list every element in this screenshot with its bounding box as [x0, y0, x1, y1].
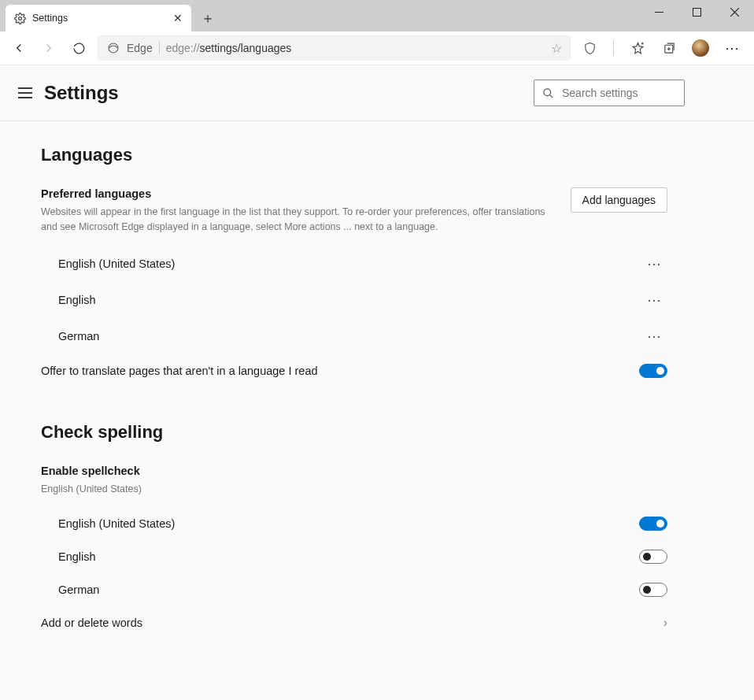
- search-settings-box[interactable]: [534, 80, 685, 106]
- offer-translate-row: Offer to translate pages that aren't in …: [41, 354, 667, 387]
- spellcheck-row: English: [41, 540, 667, 573]
- language-row: English ⋯: [41, 282, 667, 318]
- settings-content: Languages Preferred languages Websites w…: [0, 121, 724, 671]
- close-tab-button[interactable]: ✕: [171, 12, 185, 24]
- close-window-button[interactable]: [716, 0, 752, 24]
- spellcheck-toggle[interactable]: [639, 583, 667, 597]
- more-actions-button[interactable]: ⋯: [642, 291, 667, 309]
- spellcheck-row: English (United States): [41, 507, 667, 540]
- offer-translate-label: Offer to translate pages that aren't in …: [41, 365, 318, 377]
- page-header: Settings: [0, 65, 754, 121]
- back-button[interactable]: [5, 34, 33, 62]
- chevron-right-icon: ›: [663, 616, 667, 630]
- spellcheck-toggle[interactable]: [639, 517, 667, 531]
- hamburger-menu-button[interactable]: [14, 82, 36, 104]
- language-label: English: [58, 294, 96, 306]
- enable-spellcheck-section: Enable spellcheck English (United States…: [41, 465, 667, 640]
- more-actions-button[interactable]: ⋯: [642, 328, 667, 345]
- window-titlebar: Settings ✕ ＋: [0, 0, 754, 31]
- language-label: German: [58, 330, 99, 343]
- toolbar-right: ⋯: [575, 34, 749, 62]
- enable-spellcheck-sublabel: English (United States): [41, 482, 560, 497]
- tab-strip: Settings ✕ ＋: [0, 0, 639, 31]
- separator: [159, 42, 160, 54]
- spellcheck-row: German: [41, 573, 667, 606]
- tracking-prevention-icon[interactable]: [575, 34, 604, 62]
- site-identity-label: Edge: [127, 42, 153, 54]
- add-delete-words-label: Add or delete words: [41, 617, 142, 629]
- maximize-button[interactable]: [678, 0, 715, 24]
- svg-line-15: [549, 94, 553, 98]
- section-title-languages: Languages: [41, 145, 667, 165]
- forward-button[interactable]: [35, 34, 63, 62]
- window-controls: [639, 0, 754, 24]
- language-row: German ⋯: [41, 318, 667, 354]
- svg-point-5: [109, 43, 118, 53]
- minimize-button[interactable]: [641, 0, 677, 24]
- section-title-spelling: Check spelling: [41, 422, 667, 443]
- preferred-languages-section: Preferred languages Websites will appear…: [41, 187, 667, 387]
- url-text: edge://settings/languages: [166, 42, 545, 54]
- preferred-languages-title: Preferred languages: [41, 187, 555, 200]
- address-bar[interactable]: Edge edge://settings/languages ☆: [98, 35, 571, 61]
- preferred-languages-desc: Websites will appear in the first langua…: [41, 205, 555, 235]
- search-settings-input[interactable]: [562, 87, 700, 99]
- browser-tab-settings[interactable]: Settings ✕: [6, 5, 191, 31]
- svg-point-14: [544, 88, 551, 95]
- gear-icon: [13, 12, 26, 24]
- spellcheck-toggle[interactable]: [639, 550, 667, 564]
- profile-avatar[interactable]: [686, 34, 715, 62]
- avatar-icon: [692, 39, 709, 57]
- spellcheck-languages-list: English (United States) English German: [41, 507, 667, 606]
- page-title: Settings: [44, 82, 534, 104]
- language-label: English (United States): [58, 257, 175, 270]
- enable-spellcheck-title: Enable spellcheck: [41, 465, 667, 477]
- spellcheck-language-label: English (United States): [58, 517, 175, 530]
- svg-rect-2: [693, 8, 700, 16]
- spellcheck-language-label: German: [58, 583, 99, 596]
- browser-toolbar: Edge edge://settings/languages ☆ ⋯: [0, 31, 754, 65]
- collections-icon[interactable]: [655, 34, 683, 62]
- settings-page: Settings Languages Preferred languages W…: [0, 65, 754, 700]
- tab-title: Settings: [32, 13, 164, 24]
- spellcheck-language-label: English: [58, 550, 96, 563]
- more-actions-button[interactable]: ⋯: [642, 255, 667, 272]
- search-icon: [542, 87, 554, 99]
- language-row: English (United States) ⋯: [41, 246, 667, 282]
- offer-translate-toggle[interactable]: [639, 364, 667, 378]
- favorite-star-icon[interactable]: ☆: [551, 41, 562, 56]
- refresh-button[interactable]: [65, 34, 93, 62]
- more-menu-button[interactable]: ⋯: [718, 34, 746, 62]
- svg-point-0: [18, 17, 21, 20]
- separator: [613, 40, 614, 56]
- favorites-icon[interactable]: [623, 34, 652, 62]
- add-languages-button[interactable]: Add languages: [571, 187, 667, 213]
- preferred-languages-list: English (United States) ⋯ English ⋯ Germ…: [41, 246, 667, 354]
- add-delete-words-row[interactable]: Add or delete words ›: [41, 606, 667, 639]
- new-tab-button[interactable]: ＋: [196, 6, 220, 30]
- edge-icon: [106, 41, 120, 55]
